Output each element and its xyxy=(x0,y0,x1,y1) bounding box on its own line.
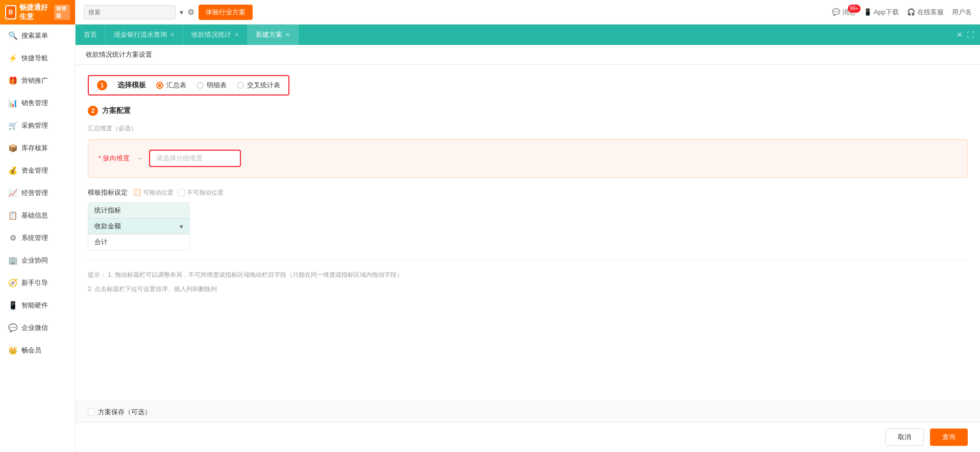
drag-movable-indicator: 可拖动位置 xyxy=(134,188,174,197)
metric-col-header[interactable]: 收款金额 ▾ xyxy=(88,219,189,234)
cancel-button[interactable]: 取消 xyxy=(885,429,924,446)
radio-detail[interactable]: 明细表 xyxy=(197,81,227,90)
metric-row-label: 合计 xyxy=(94,238,108,246)
basic-icon: 📋 xyxy=(8,211,17,220)
app-tag: 标准版 xyxy=(54,5,70,20)
marketing-icon: 🎁 xyxy=(8,76,17,85)
search-icon: 🔍 xyxy=(8,31,17,40)
sidebar-label-operation: 经营管理 xyxy=(21,188,48,198)
page-content: 收款情况统计方案设置 1 选择模板 汇总表 明细表 xyxy=(76,45,980,422)
radio-cross-circle xyxy=(237,82,244,89)
stats-title: 统计指标 xyxy=(94,206,121,215)
save-checkbox[interactable] xyxy=(88,409,95,416)
settings-gear-icon[interactable]: ⚙ xyxy=(187,7,194,17)
tab-payment-stats-label: 收款情况统计 xyxy=(191,30,231,39)
sidebar-item-basic[interactable]: 📋 基础信息 xyxy=(0,204,75,227)
user-info[interactable]: 用户名 xyxy=(952,8,972,17)
step1-num: 1 xyxy=(97,80,107,90)
sidebar-item-sales[interactable]: 📊 销售管理 xyxy=(0,92,75,114)
tip1: 提示： 1. 拖动标题栏可以调整布局，不可跨维度或指标区域拖动栏目字段（只能在同… xyxy=(88,269,968,281)
tip2-text: 2. 点击标题栏下拉可设置排序、插入列和删除列 xyxy=(88,286,217,293)
enterprise-icon: 🏢 xyxy=(8,256,17,265)
sidebar-item-member[interactable]: 👑 畅会员 xyxy=(0,339,75,362)
radio-detail-label: 明细表 xyxy=(207,81,227,90)
template-options-box: 1 选择模板 汇总表 明细表 交叉统计表 xyxy=(88,75,289,96)
save-option[interactable]: 方案保存（可选） xyxy=(88,408,151,417)
sidebar-item-purchase[interactable]: 🛒 采购管理 xyxy=(0,114,75,137)
sidebar-item-marketing[interactable]: 🎁 营销推广 xyxy=(0,69,75,92)
step1-section: 1 选择模板 汇总表 明细表 交叉统计表 xyxy=(88,75,968,96)
dimension-select[interactable]: 请选择分组维度 xyxy=(149,150,241,167)
sidebar-item-finance[interactable]: 💰 资金管理 xyxy=(0,159,75,182)
tab-cashflow-close-icon[interactable]: ✕ xyxy=(170,32,175,38)
drag-movable-box xyxy=(134,189,141,196)
dimension-row: 纵向维度 → 请选择分组维度 xyxy=(99,150,957,167)
purchase-icon: 🛒 xyxy=(8,121,17,130)
operation-icon: 📈 xyxy=(8,188,17,198)
dimension-arrow-icon: → xyxy=(136,154,143,162)
sidebar-label-member: 畅会员 xyxy=(21,346,41,355)
metric-dropdown-icon[interactable]: ▾ xyxy=(180,223,183,230)
step1-title: 选择模板 xyxy=(117,81,146,90)
radio-cross[interactable]: 交叉统计表 xyxy=(237,81,280,90)
tab-payment-stats-close-icon[interactable]: ✕ xyxy=(234,32,239,38)
step1-header: 1 选择模板 汇总表 明细表 交叉统计表 xyxy=(88,75,968,96)
dimension-placeholder: 请选择分组维度 xyxy=(156,154,203,162)
sidebar-label-wechat: 企业微信 xyxy=(21,323,48,332)
footer-bar: 取消 查询 xyxy=(76,422,980,452)
tab-cashflow-label: 现金银行流水查询 xyxy=(114,30,167,39)
close-window-icon[interactable]: ✕ xyxy=(957,31,963,39)
search-input[interactable] xyxy=(84,5,176,19)
metric-table: 统计指标 收款金额 ▾ 合计 xyxy=(88,202,190,250)
sidebar-item-enterprise[interactable]: 🏢 企业协同 xyxy=(0,249,75,272)
query-button[interactable]: 查询 xyxy=(930,429,968,446)
app-download-button[interactable]: 📱 App下载 xyxy=(864,8,899,17)
tip2: 2. 点击标题栏下拉可设置排序、插入列和删除列 xyxy=(88,283,968,295)
sidebar-item-system[interactable]: ⚙ 系统管理 xyxy=(0,227,75,249)
drag-fixed-indicator: 不可拖动位置 xyxy=(178,188,224,197)
sidebar-item-hardware[interactable]: 📱 智能硬件 xyxy=(0,294,75,317)
breadcrumb-text: 收款情况统计方案设置 xyxy=(86,51,152,58)
inventory-icon: 📦 xyxy=(8,144,17,153)
industry-button[interactable]: 体验行业方案 xyxy=(199,5,253,20)
sidebar-label-marketing: 营销推广 xyxy=(21,76,48,85)
tab-home-label: 首页 xyxy=(84,30,97,39)
sidebar-label-basic: 基础信息 xyxy=(21,211,48,220)
tab-new-plan[interactable]: 新建方案 ✕ xyxy=(248,25,299,45)
tip-prefix: 提示： xyxy=(88,271,106,278)
drag-fixed-box xyxy=(178,189,185,196)
topbar-left: ▾ ⚙ 体验行业方案 xyxy=(84,5,253,20)
expand-window-icon[interactable]: ⛶ xyxy=(967,31,974,39)
radio-cross-label: 交叉统计表 xyxy=(247,81,280,90)
message-button[interactable]: 💬 消息 99+ xyxy=(832,8,855,17)
sidebar-item-search[interactable]: 🔍 搜索菜单 xyxy=(0,25,75,47)
sidebar-label-search: 搜索菜单 xyxy=(21,31,48,40)
dropdown-arrow-icon[interactable]: ▾ xyxy=(180,8,183,16)
message-badge: 99+ xyxy=(848,5,861,13)
topbar-right: 💬 消息 99+ 📱 App下载 🎧 在线客服 用户名 xyxy=(832,8,972,17)
step2-num: 2 xyxy=(88,106,98,116)
sidebar-item-quicknav[interactable]: ⚡ 快捷导航 xyxy=(0,47,75,69)
online-service-button[interactable]: 🎧 在线客服 xyxy=(907,8,944,17)
sales-icon: 📊 xyxy=(8,99,17,108)
page-breadcrumb: 收款情况统计方案设置 xyxy=(76,45,980,65)
dimension-label-text: 汇总维度（必选） xyxy=(88,125,137,132)
save-option-bar: 方案保存（可选） xyxy=(76,401,980,422)
tab-cashflow[interactable]: 现金银行流水查询 ✕ xyxy=(106,25,183,45)
dimension-section-label: 汇总维度（必选） xyxy=(88,124,968,133)
sidebar-item-inventory[interactable]: 📦 库存核算 xyxy=(0,137,75,159)
sidebar: B 畅捷通好生意 标准版 🔍 搜索菜单 ⚡ 快捷导航 🎁 营销推广 📊 销售管理… xyxy=(0,0,76,452)
form-area: 1 选择模板 汇总表 明细表 交叉统计表 xyxy=(76,65,980,401)
save-option-label: 方案保存（可选） xyxy=(98,408,151,417)
sidebar-label-finance: 资金管理 xyxy=(21,166,48,175)
tab-home[interactable]: 首页 xyxy=(76,25,106,45)
sidebar-item-guide[interactable]: 🧭 新手引导 xyxy=(0,272,75,294)
sidebar-item-operation[interactable]: 📈 经营管理 xyxy=(0,182,75,204)
download-icon: 📱 xyxy=(864,8,872,16)
tab-new-plan-close-icon[interactable]: ✕ xyxy=(285,32,290,38)
tab-payment-stats[interactable]: 收款情况统计 ✕ xyxy=(183,25,248,45)
service-icon: 🎧 xyxy=(907,8,915,16)
metric-header-label: 模板指标设定 xyxy=(88,188,128,197)
radio-summary[interactable]: 汇总表 xyxy=(156,81,186,90)
sidebar-item-wechat[interactable]: 💬 企业微信 xyxy=(0,317,75,339)
